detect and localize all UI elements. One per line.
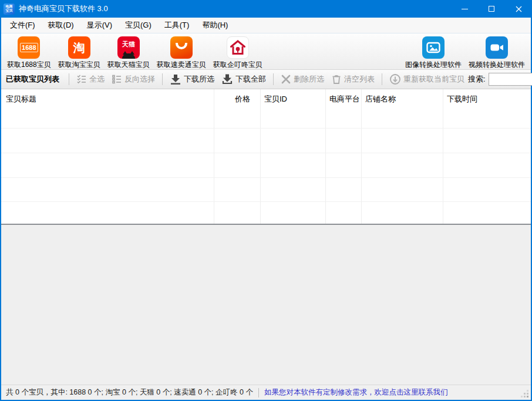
table-row bbox=[1, 153, 531, 177]
cell bbox=[443, 202, 531, 224]
fetch-aliexpress-label: 获取速卖通宝贝 bbox=[157, 60, 206, 70]
delete-selected-button[interactable]: 删除所选 bbox=[277, 72, 328, 86]
select-all-button[interactable]: 全选 bbox=[73, 72, 108, 86]
column-header-shop[interactable]: 店铺名称 bbox=[362, 89, 443, 109]
delete-selected-label: 删除所选 bbox=[294, 74, 324, 85]
cell bbox=[214, 153, 261, 177]
cell bbox=[1, 109, 214, 128]
cell bbox=[261, 178, 326, 201]
cell bbox=[443, 109, 531, 128]
invert-selection-button[interactable]: 反向选择 bbox=[108, 72, 159, 86]
main-toolbar: 1688 获取1688宝贝 淘 获取淘宝宝贝 天猫 获取天猫宝贝 获取速卖通宝贝 bbox=[1, 33, 531, 70]
fetch-taobao-button[interactable]: 淘 获取淘宝宝贝 bbox=[55, 35, 104, 71]
maximize-icon bbox=[489, 6, 494, 12]
clear-list-button[interactable]: 清空列表 bbox=[328, 72, 378, 86]
search-area: 搜索: bbox=[468, 73, 532, 86]
tmall-icon-text: 天猫 bbox=[122, 40, 135, 49]
cell bbox=[443, 129, 531, 153]
contact-link[interactable]: 如果您对本软件有定制修改需求，欢迎点击这里联系我们 bbox=[264, 387, 448, 397]
search-label: 搜索: bbox=[468, 74, 486, 85]
app-icon-text-bottom: 宝贝 bbox=[6, 9, 13, 13]
cell bbox=[1, 202, 214, 224]
resize-grip-icon[interactable] bbox=[527, 396, 528, 397]
taobao-icon-text: 淘 bbox=[73, 40, 85, 56]
select-all-label: 全选 bbox=[89, 74, 105, 85]
cell bbox=[214, 202, 261, 224]
column-header-download-time[interactable]: 下载时间 bbox=[443, 89, 531, 109]
menu-view[interactable]: 显示(V) bbox=[80, 18, 119, 33]
menu-file[interactable]: 文件(F) bbox=[4, 18, 42, 33]
window-title: 神奇电商宝贝下载软件 3.0 bbox=[19, 4, 108, 14]
cell bbox=[362, 153, 443, 177]
table-row bbox=[1, 177, 531, 201]
menubar: 文件(F) 获取(D) 显示(V) 宝贝(G) 工具(T) 帮助(H) bbox=[1, 18, 531, 33]
search-input[interactable] bbox=[489, 73, 532, 86]
table-body bbox=[1, 109, 531, 224]
clear-list-icon bbox=[331, 74, 342, 85]
search-box bbox=[489, 73, 532, 86]
video-converter-icon bbox=[486, 36, 508, 59]
cell bbox=[261, 129, 326, 153]
menu-tools[interactable]: 工具(T) bbox=[158, 18, 196, 33]
window-controls bbox=[451, 0, 532, 18]
download-all-icon bbox=[221, 73, 233, 85]
toolbar-right-group: 图像转换处理软件 视频转换处理软件 bbox=[402, 35, 528, 71]
cell bbox=[326, 129, 362, 153]
cell bbox=[362, 109, 443, 128]
background-panel bbox=[1, 224, 531, 385]
fetch-qidingdong-button[interactable]: 获取企叮咚宝贝 bbox=[210, 35, 266, 71]
cell bbox=[326, 178, 362, 201]
column-header-platform[interactable]: 电商平台 bbox=[326, 89, 362, 109]
status-summary: 共 0 个宝贝，其中: 1688 0 个; 淘宝 0 个; 天猫 0 个; 速卖… bbox=[6, 387, 253, 397]
cell bbox=[261, 109, 326, 128]
download-all-label: 下载全部 bbox=[235, 74, 266, 85]
refetch-current-button[interactable]: 重新获取当前宝贝 bbox=[386, 72, 468, 87]
fetch-aliexpress-button[interactable]: 获取速卖通宝贝 bbox=[153, 35, 210, 71]
cell bbox=[261, 153, 326, 177]
table-header-row: 宝贝标题 价格 宝贝ID 电商平台 店铺名称 下载时间 bbox=[1, 89, 531, 109]
video-converter-button[interactable]: 视频转换处理软件 bbox=[465, 35, 528, 71]
column-header-id[interactable]: 宝贝ID bbox=[261, 89, 326, 109]
download-all-button[interactable]: 下载全部 bbox=[218, 72, 270, 87]
table-row bbox=[1, 201, 531, 224]
separator bbox=[69, 73, 69, 85]
minimize-button[interactable] bbox=[451, 0, 478, 18]
list-title: 已获取宝贝列表 bbox=[6, 74, 59, 85]
icon-1688-text: 1688 bbox=[20, 43, 38, 52]
image-converter-label: 图像转换处理软件 bbox=[405, 60, 462, 70]
separator bbox=[162, 73, 163, 85]
fetch-1688-button[interactable]: 1688 获取1688宝贝 bbox=[4, 35, 55, 71]
maximize-button[interactable] bbox=[478, 0, 505, 18]
separator bbox=[258, 388, 259, 397]
list-action-bar: 已获取宝贝列表 全选 反向选择 bbox=[1, 70, 531, 89]
image-converter-icon bbox=[422, 36, 445, 59]
download-selected-button[interactable]: 下载所选 bbox=[166, 72, 218, 87]
product-table: 宝贝标题 价格 宝贝ID 电商平台 店铺名称 下载时间 bbox=[1, 89, 531, 224]
menu-help[interactable]: 帮助(H) bbox=[196, 18, 234, 33]
fetch-tmall-label: 获取天猫宝贝 bbox=[107, 60, 150, 70]
minimize-icon bbox=[462, 9, 468, 9]
cell bbox=[214, 178, 261, 201]
app-icon: 电商 宝贝 bbox=[4, 4, 15, 15]
cell bbox=[326, 153, 362, 177]
cell bbox=[362, 129, 443, 153]
menu-item-product[interactable]: 宝贝(G) bbox=[119, 18, 158, 33]
cell bbox=[362, 202, 443, 224]
column-header-title[interactable]: 宝贝标题 bbox=[1, 89, 214, 109]
table-row bbox=[1, 128, 531, 153]
menu-fetch[interactable]: 获取(D) bbox=[42, 18, 80, 33]
fetch-tmall-button[interactable]: 天猫 获取天猫宝贝 bbox=[104, 35, 153, 71]
refetch-current-icon bbox=[389, 73, 401, 85]
house-bell-icon bbox=[227, 36, 249, 59]
fetch-taobao-label: 获取淘宝宝贝 bbox=[58, 60, 100, 70]
refetch-current-label: 重新获取当前宝贝 bbox=[403, 74, 464, 85]
cell bbox=[326, 109, 362, 128]
close-icon bbox=[516, 6, 522, 12]
separator bbox=[382, 73, 382, 85]
image-converter-button[interactable]: 图像转换处理软件 bbox=[402, 35, 465, 71]
cell bbox=[214, 129, 261, 153]
close-button[interactable] bbox=[505, 0, 532, 18]
column-header-price[interactable]: 价格 bbox=[214, 89, 261, 109]
cell bbox=[1, 178, 214, 201]
select-all-icon bbox=[76, 74, 87, 85]
